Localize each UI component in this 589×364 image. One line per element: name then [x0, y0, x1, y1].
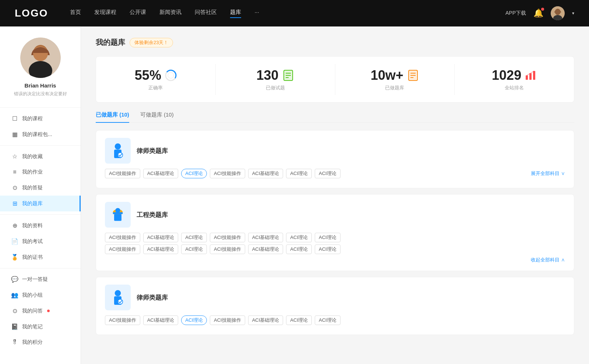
stat-rank-label: 全站排名	[505, 85, 524, 91]
nav-discover[interactable]: 发现课程	[94, 9, 116, 18]
stat-accuracy-value: 55%	[135, 68, 161, 83]
avatar-image	[551, 6, 565, 20]
main-content: 我的题库 体验剩余23天！ 55% 正确率	[81, 26, 589, 364]
page-header: 我的题库 体验剩余23天！	[96, 38, 574, 47]
expand-link-lawyer-1[interactable]: 展开全部科目 ∨	[531, 170, 565, 177]
sidebar-item-my-group[interactable]: 👥 我的小组	[0, 287, 81, 303]
my-profile-icon: ⊕	[11, 222, 18, 229]
tag-eng1-6[interactable]: ACI理论	[315, 233, 341, 242]
my-qbank-label: 我的题库	[22, 200, 43, 207]
tag-eng2-6[interactable]: ACI理论	[315, 245, 341, 254]
tag-eng2-1[interactable]: ACI基础理论	[143, 245, 179, 254]
tag-eng2-3[interactable]: ACI技能操作	[210, 245, 245, 254]
user-avatar[interactable]	[551, 6, 565, 20]
tag-eng2-0[interactable]: ACI技能操作	[105, 245, 140, 254]
my-questions-icon: ⊙	[11, 184, 18, 191]
tag-lawyer2-5[interactable]: ACI理论	[286, 315, 312, 325]
tag-lawyer1-0[interactable]: ACI技能操作	[105, 169, 140, 178]
stat-done-qbanks-label: 已做题库	[385, 85, 404, 91]
tag-eng1-4[interactable]: ACI基础理论	[248, 233, 283, 242]
stat-done-questions: 130 已做试题	[216, 64, 335, 95]
tag-lawyer1-3[interactable]: ACI技能操作	[210, 169, 245, 178]
nav-qbank[interactable]: 题库	[230, 9, 241, 18]
sidebar-item-my-certificate[interactable]: 🏅 我的证书	[0, 249, 81, 265]
nav-links: 首页 发现课程 公开课 新闻资讯 问答社区 题库 ···	[70, 9, 505, 18]
tag-lawyer2-6[interactable]: ACI理论	[315, 315, 341, 325]
sidebar-item-my-questions[interactable]: ⊙ 我的答疑	[0, 180, 81, 196]
qbank-card-header-2: 工程类题库	[105, 202, 565, 228]
my-homework-label: 我的作业	[22, 169, 43, 175]
profile-avatar	[20, 38, 61, 78]
tags-row-engineer-1: ACI技能操作 ACI基础理论 ACI理论 ACI技能操作 ACI基础理论 AC…	[105, 233, 565, 242]
navbar: LOGO 首页 发现课程 公开课 新闻资讯 问答社区 题库 ··· APP下载 …	[0, 0, 589, 26]
tag-lawyer1-4[interactable]: ACI基础理论	[248, 169, 283, 178]
user-motto: 错误的决定比没有决定要好	[14, 91, 67, 97]
tag-eng2-2[interactable]: ACI理论	[181, 245, 207, 254]
sidebar: Brian Harris 错误的决定比没有决定要好 ☐ 我的课程 ▦ 我的课程包…	[0, 26, 81, 364]
sidebar-item-my-homework[interactable]: ≡ 我的作业	[0, 164, 81, 180]
sidebar-item-my-profile[interactable]: ⊕ 我的资料	[0, 218, 81, 233]
tag-eng1-3[interactable]: ACI技能操作	[210, 233, 245, 242]
tab-available-qbanks[interactable]: 可做题库 (10)	[140, 111, 174, 123]
svg-point-28	[115, 208, 120, 213]
pie-chart-icon	[165, 69, 177, 81]
tag-lawyer1-5[interactable]: ACI理论	[286, 169, 312, 178]
nav-more[interactable]: ···	[254, 9, 259, 18]
sidebar-item-my-notes[interactable]: 📓 我的笔记	[0, 319, 81, 335]
sidebar-profile: Brian Harris 错误的决定比没有决定要好	[0, 26, 81, 104]
tag-eng2-5[interactable]: ACI理论	[286, 245, 312, 254]
my-courses-label: 我的课程	[22, 115, 43, 122]
sidebar-item-my-qbank[interactable]: ⊞ 我的题库	[0, 196, 81, 211]
sidebar-item-my-courses[interactable]: ☐ 我的课程	[0, 111, 81, 126]
sidebar-item-one-on-one[interactable]: 💬 一对一答疑	[0, 271, 81, 287]
my-qa-label: 我的问答	[22, 308, 43, 314]
tag-lawyer1-2[interactable]: ACI理论	[181, 169, 207, 178]
my-points-label: 我的积分	[22, 339, 43, 346]
my-courses-icon: ☐	[11, 115, 18, 122]
tag-eng1-1[interactable]: ACI基础理论	[143, 233, 179, 242]
app-download-link[interactable]: APP下载	[505, 10, 526, 17]
tag-lawyer1-6[interactable]: ACI理论	[315, 169, 341, 178]
stats-row: 55% 正确率 130	[96, 56, 574, 103]
stat-rank-value: 1029	[492, 68, 521, 83]
tag-eng2-4[interactable]: ACI基础理论	[248, 245, 283, 254]
sidebar-item-my-favorites[interactable]: ☆ 我的收藏	[0, 149, 81, 164]
tag-lawyer2-3[interactable]: ACI技能操作	[210, 315, 245, 325]
stat-rank-top: 1029	[492, 68, 537, 83]
tab-done-qbanks[interactable]: 已做题库 (10)	[96, 111, 129, 123]
nav-open-course[interactable]: 公开课	[130, 9, 146, 18]
sidebar-item-my-exam[interactable]: 📄 我的考试	[0, 233, 81, 249]
tag-lawyer2-1[interactable]: ACI基础理论	[143, 315, 179, 325]
svg-point-9	[168, 72, 174, 78]
nav-news[interactable]: 新闻资讯	[159, 9, 181, 18]
doc-green-icon	[282, 69, 294, 81]
collapse-link-engineer[interactable]: 收起全部科目 ∧	[531, 257, 565, 263]
my-favorites-icon: ☆	[11, 153, 18, 160]
qbank-card-lawyer-2: 律师类题库 ACI技能操作 ACI基础理论 ACI理论 ACI技能操作 ACI基…	[96, 277, 574, 335]
sidebar-item-my-points[interactable]: 🎖 我的积分	[0, 335, 81, 350]
stat-rank: 1029 全站排名	[455, 64, 574, 95]
svg-rect-29	[114, 214, 121, 221]
tag-eng1-2[interactable]: ACI理论	[181, 233, 207, 242]
tag-lawyer2-4[interactable]: ACI基础理论	[248, 315, 283, 325]
my-certificate-label: 我的证书	[22, 254, 43, 261]
avatar-chevron[interactable]: ▾	[572, 11, 574, 16]
sidebar-item-my-course-packages[interactable]: ▦ 我的课程包...	[0, 126, 81, 142]
tag-lawyer2-0[interactable]: ACI技能操作	[105, 315, 140, 325]
doc-orange-icon	[407, 69, 419, 81]
stat-done-qbanks: 10w+ 已做题库	[335, 64, 455, 95]
nav-qa[interactable]: 问答社区	[195, 9, 217, 18]
svg-point-30	[115, 290, 121, 296]
tag-eng1-0[interactable]: ACI技能操作	[105, 233, 140, 242]
tag-lawyer1-1[interactable]: ACI基础理论	[143, 169, 179, 178]
tags-row-engineer-2: ACI技能操作 ACI基础理论 ACI理论 ACI技能操作 ACI基础理论 AC…	[105, 245, 565, 254]
tag-eng1-5[interactable]: ACI理论	[286, 233, 312, 242]
my-points-icon: 🎖	[11, 339, 18, 346]
nav-home[interactable]: 首页	[70, 9, 81, 18]
notification-bell[interactable]: 🔔	[533, 8, 543, 18]
sidebar-divider-2	[0, 145, 81, 146]
one-on-one-label: 一对一答疑	[22, 276, 48, 283]
sidebar-item-my-qa[interactable]: ⊙ 我的问答	[0, 303, 81, 319]
tag-lawyer2-2[interactable]: ACI理论	[181, 315, 207, 325]
my-notes-label: 我的笔记	[22, 324, 43, 330]
